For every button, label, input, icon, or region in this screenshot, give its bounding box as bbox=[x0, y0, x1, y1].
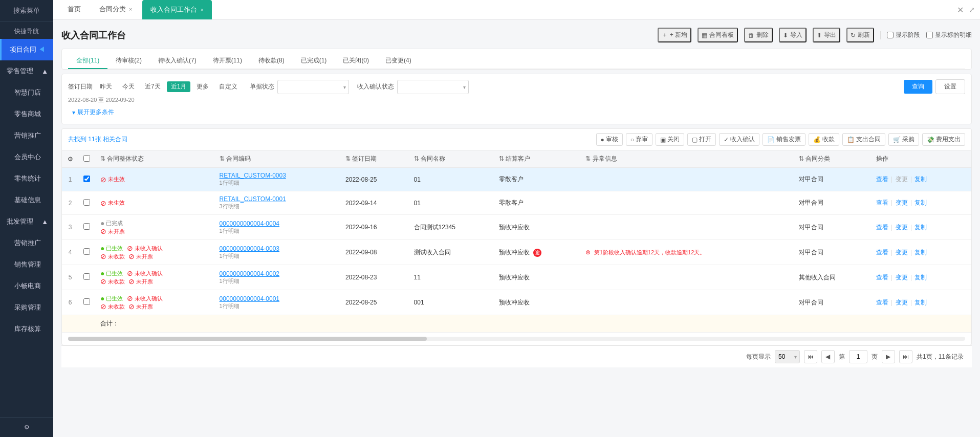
sidebar-item-sales[interactable]: 销售管理 bbox=[0, 254, 53, 275]
row-select-checkbox[interactable] bbox=[83, 223, 90, 230]
row-select-checkbox[interactable] bbox=[83, 199, 90, 206]
filter-tab-closed[interactable]: 已关闭(0) bbox=[335, 53, 377, 69]
filter-tab-completed[interactable]: 已完成(1) bbox=[293, 53, 335, 69]
row-select-checkbox[interactable] bbox=[83, 248, 90, 255]
first-page-btn[interactable]: ⏮ bbox=[804, 350, 817, 363]
row-select-checkbox[interactable] bbox=[83, 298, 90, 305]
copy-btn[interactable]: 复制 bbox=[914, 274, 927, 281]
export-button[interactable]: ⬆ 导出 bbox=[813, 28, 840, 42]
horizontal-scrollbar[interactable] bbox=[62, 333, 971, 345]
sidebar-item-retail-mall[interactable]: 零售商城 bbox=[0, 103, 53, 125]
edit-btn[interactable]: 变更 bbox=[896, 199, 908, 206]
setting-button[interactable]: 设置 bbox=[935, 79, 965, 94]
date-btn-7days[interactable]: 近7天 bbox=[141, 81, 165, 92]
income-confirm-button[interactable]: ✓ 收入确认 bbox=[719, 133, 759, 146]
sidebar-search[interactable]: 搜索菜单 bbox=[0, 0, 53, 22]
view-btn[interactable]: 查看 bbox=[876, 299, 888, 306]
page-number-input[interactable] bbox=[849, 350, 867, 363]
sidebar-item-member[interactable]: 会员中心 bbox=[0, 146, 53, 168]
copy-btn[interactable]: 复制 bbox=[914, 249, 927, 256]
page-size-select[interactable]: 10 20 50 100 bbox=[775, 350, 800, 363]
date-btn-yesterday[interactable]: 昨天 bbox=[96, 81, 116, 92]
filter-tab-pending-confirm[interactable]: 待收入确认(7) bbox=[150, 53, 205, 69]
date-btn-custom[interactable]: 自定义 bbox=[215, 81, 242, 92]
contract-code-link[interactable]: 0000000000004-0002 bbox=[220, 270, 279, 277]
sidebar-item-retail-mgmt[interactable]: 零售管理 ▲ bbox=[0, 60, 53, 82]
settings-icon[interactable]: ⚙ bbox=[68, 156, 73, 163]
income-confirm-select[interactable] bbox=[397, 80, 469, 94]
import-button[interactable]: ⬇ 导入 bbox=[779, 28, 807, 42]
view-btn[interactable]: 查看 bbox=[876, 224, 888, 231]
sidebar-item-retail-stats[interactable]: 零售统计 bbox=[0, 168, 53, 189]
edit-btn[interactable]: 变更 bbox=[896, 224, 908, 231]
show-detail-input[interactable] bbox=[926, 32, 933, 38]
select-all-checkbox[interactable] bbox=[83, 155, 90, 162]
show-fields-checkbox[interactable]: 显示阶段 bbox=[887, 31, 920, 39]
contract-code-link[interactable]: RETAIL_CUSTOM-0001 bbox=[220, 195, 286, 203]
view-btn[interactable]: 查看 bbox=[876, 176, 888, 183]
sidebar-item-marketing[interactable]: 营销推广 bbox=[0, 125, 53, 146]
prev-page-btn[interactable]: ◀ bbox=[821, 350, 835, 363]
tab-home[interactable]: 首页 bbox=[59, 0, 89, 19]
new-button[interactable]: ＋ + 新增 bbox=[658, 28, 691, 42]
expense-contract-button[interactable]: 📋 支出合同 bbox=[842, 133, 885, 146]
copy-btn[interactable]: 复制 bbox=[914, 224, 927, 231]
edit-btn[interactable]: 变更 bbox=[896, 249, 908, 256]
view-btn[interactable]: 查看 bbox=[876, 249, 888, 256]
doc-status-select[interactable] bbox=[277, 80, 349, 94]
contract-code-link[interactable]: 0000000000004-0001 bbox=[220, 295, 279, 302]
sidebar-item-ecommerce[interactable]: 小畅电商 bbox=[0, 275, 53, 297]
kanban-button[interactable]: ▦ 合同看板 bbox=[698, 28, 738, 42]
filter-tab-pending-invoice[interactable]: 待开票(11) bbox=[205, 53, 250, 69]
view-btn[interactable]: 查看 bbox=[876, 199, 888, 206]
edit-btn[interactable]: 变更 bbox=[896, 274, 908, 281]
tab-income-contract[interactable]: 收入合同工作台 × bbox=[142, 0, 211, 19]
sidebar-item-marketing2[interactable]: 营销推广 bbox=[0, 232, 53, 254]
edit-btn[interactable]: 变更 bbox=[896, 299, 908, 306]
show-fields-input[interactable] bbox=[887, 32, 894, 38]
sidebar-item-basic-info[interactable]: 基础信息 bbox=[0, 189, 53, 211]
tab-income-contract-close[interactable]: × bbox=[200, 7, 203, 13]
contract-code-link[interactable]: 0000000000004-0003 bbox=[220, 245, 279, 252]
refresh-button[interactable]: ↻ 刷新 bbox=[846, 28, 874, 42]
date-btn-more[interactable]: 更多 bbox=[192, 81, 213, 92]
filter-tab-pending-payment[interactable]: 待收款(8) bbox=[250, 53, 293, 69]
edit-btn[interactable]: 变更 bbox=[896, 176, 908, 183]
row-select-checkbox[interactable] bbox=[83, 176, 90, 182]
filter-tab-pending-review[interactable]: 待审核(2) bbox=[107, 53, 150, 69]
sidebar-item-project[interactable]: 项目合同 ◀ bbox=[0, 39, 53, 60]
date-btn-today[interactable]: 今天 bbox=[118, 81, 139, 92]
copy-btn[interactable]: 复制 bbox=[914, 199, 927, 206]
filter-tab-all[interactable]: 全部(11) bbox=[68, 53, 107, 69]
view-btn[interactable]: 查看 bbox=[876, 274, 888, 281]
search-button[interactable]: 查询 bbox=[904, 80, 932, 94]
filter-tab-changed[interactable]: 已变更(4) bbox=[377, 53, 420, 69]
sidebar-item-inventory[interactable]: 库存核算 bbox=[0, 318, 53, 340]
purchase-button[interactable]: 🛒 采购 bbox=[888, 133, 919, 146]
contract-code-link[interactable]: 0000000000004-0004 bbox=[220, 220, 279, 227]
sidebar-item-wholesale[interactable]: 批发管理 ▲ bbox=[0, 211, 53, 232]
show-detail-checkbox[interactable]: 显示标的明细 bbox=[926, 31, 972, 39]
tab-contract-cat[interactable]: 合同分类 × bbox=[91, 0, 140, 19]
expense-out-button[interactable]: 💸 费用支出 bbox=[922, 133, 965, 146]
open-contract-button[interactable]: ▢ 打开 bbox=[687, 133, 716, 146]
window-close-icon[interactable]: ✕ bbox=[957, 5, 964, 14]
tab-contract-cat-close[interactable]: × bbox=[129, 6, 132, 12]
payment-button[interactable]: 💰 收款 bbox=[809, 133, 839, 146]
last-page-btn[interactable]: ⏭ bbox=[899, 350, 912, 363]
cancel-review-button[interactable]: ○ 弃审 bbox=[626, 133, 652, 146]
copy-btn[interactable]: 复制 bbox=[914, 176, 927, 183]
date-btn-1month[interactable]: 近1月 bbox=[167, 81, 191, 92]
sidebar-item-smart-store[interactable]: 智慧门店 bbox=[0, 82, 53, 103]
window-resize-icon[interactable]: ⤢ bbox=[969, 6, 975, 14]
sidebar-settings[interactable]: ⚙ bbox=[0, 417, 53, 437]
next-page-btn[interactable]: ▶ bbox=[882, 350, 895, 363]
row-select-checkbox[interactable] bbox=[83, 273, 90, 280]
delete-button[interactable]: 🗑 删除 bbox=[744, 28, 773, 42]
close-contract-button[interactable]: ▣ 关闭 bbox=[656, 133, 684, 146]
copy-btn[interactable]: 复制 bbox=[914, 299, 927, 306]
contract-code-link[interactable]: RETAIL_CUSTOM-0003 bbox=[220, 172, 286, 179]
review-button[interactable]: ● 审核 bbox=[596, 133, 623, 146]
sidebar-item-purchase[interactable]: 采购管理 bbox=[0, 297, 53, 318]
sales-invoice-button[interactable]: 📄 销售发票 bbox=[763, 133, 805, 146]
